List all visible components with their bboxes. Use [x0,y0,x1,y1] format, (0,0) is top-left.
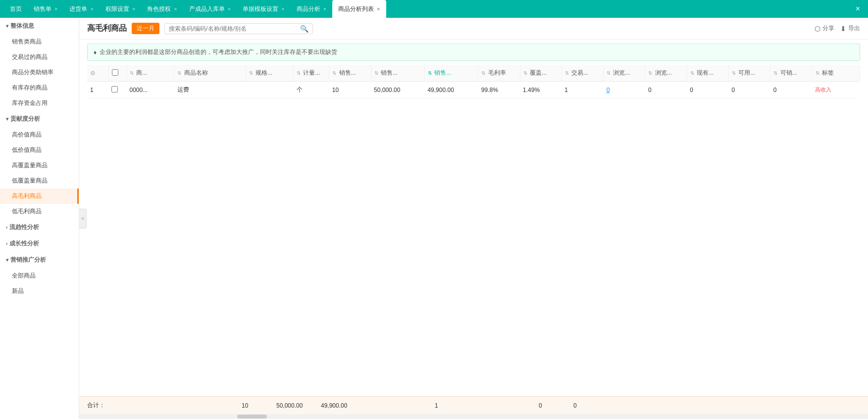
row-trade: 1 [562,82,603,98]
footer-trade: 1 [432,402,466,409]
chevron-down-icon: ▾ [6,116,8,122]
search-input[interactable] [169,25,298,32]
footer-margin [362,402,397,409]
close-permissions-icon[interactable]: × [132,6,135,12]
row-select-checkbox[interactable] [111,86,118,93]
col-header-stock: ⇅ 现有... [687,65,728,82]
sidebar-group-contribution[interactable]: ▾ 贡献度分析 [0,111,79,127]
sidebar-item-high-value[interactable]: 高价值商品 [0,127,79,142]
sort-icon: ⇅ [732,70,736,76]
row-checkbox[interactable] [108,82,126,98]
close-product-stock-icon[interactable]: × [228,6,231,12]
search-icon[interactable]: 🔍 [300,25,308,33]
select-all-checkbox[interactable] [112,69,118,76]
sort-icon: ⇅ [690,70,694,76]
nav-template-settings[interactable]: 单据模板设置 × [237,0,290,18]
close-sales-order-icon[interactable]: × [54,6,57,12]
sort-icon: ⇅ [332,70,336,76]
nav-role-auth[interactable]: 角色授权 × [141,0,183,18]
sort-icon: ⇅ [297,70,301,76]
nav-permissions[interactable]: 权限设置 × [100,0,141,18]
nav-purchase-order[interactable]: 进货单 × [63,0,99,18]
scrollbar-thumb[interactable] [237,415,267,419]
window-close-button[interactable]: × [856,4,864,13]
sidebar-item-category-assist[interactable]: 商品分类助销率 [0,65,79,80]
row-margin-rate: 99.8% [478,82,520,98]
share-button[interactable]: ⬡ 分享 [815,24,834,33]
sidebar-item-sales-goods[interactable]: 销售类商品 [0,34,79,49]
table-header-row: ⚙ ⇅ 商... ⇅ 商品名称 [87,65,860,82]
sort-icon: ⇅ [374,70,378,76]
col-header-sellable: ⇅ 可销... [770,65,812,82]
info-banner: ♦ 企业的主要的利润都是这部分商品创造的，可考虑加大推广，同时关注库存是不要出现… [87,44,860,61]
nav-product-analysis-list[interactable]: 商品分析列表 × [332,0,386,18]
sidebar-item-traded-goods[interactable]: 交易过的商品 [0,49,79,65]
sidebar-item-stock-capital[interactable]: 库存资金占用 [0,95,79,111]
sort-icon: ⇅ [648,70,652,76]
sidebar-collapse-button[interactable]: « [79,209,87,229]
footer-cover [397,402,432,409]
sidebar-group-trend[interactable]: › 流趋性分析 [0,219,79,235]
sort-icon: ⇅ [523,70,527,76]
col-header-coverage: ⇅ 覆盖... [520,65,562,82]
row-unit: 个 [294,82,329,98]
sidebar-item-low-value[interactable]: 低价值商品 [0,142,79,158]
nav-product-analysis[interactable]: 商品分析 × [291,0,332,18]
footer-sales-amount: 50,000.00 [273,402,318,409]
table-container[interactable]: ⚙ ⇅ 商... ⇅ 商品名称 [79,65,868,396]
chevron-left-icon: « [81,216,84,221]
sort-icon: ⇅ [177,70,181,76]
horizontal-scrollbar[interactable] [79,414,868,419]
row-stock: 0 [687,82,728,98]
sidebar-group-growth[interactable]: › 成长性分析 [0,235,79,252]
col-header-trade: ⇅ 交易... [562,65,603,82]
row-browse2: 0 [645,82,687,98]
col-header-name: ⇅ 商品名称 [174,65,246,82]
nav-home[interactable]: 首页 [4,0,28,18]
sidebar-item-high-coverage[interactable]: 高覆盖量商品 [0,158,79,173]
chevron-right-icon: › [6,225,7,230]
col-header-unit: ⇅ 计量... [294,65,329,82]
close-product-analysis-icon[interactable]: × [323,6,326,12]
sidebar-item-low-margin[interactable]: 低毛利商品 [0,204,79,219]
settings-icon[interactable]: ⚙ [90,70,96,77]
footer-browse2 [501,402,536,409]
row-tag: 高收入 [812,82,860,98]
footer-browse1 [466,402,501,409]
col-header-settings[interactable]: ⚙ [87,65,108,82]
close-template-settings-icon[interactable]: × [281,6,284,12]
sidebar-item-all-goods[interactable]: 全部商品 [0,268,79,283]
nav-product-stock[interactable]: 产成品入库单 × [183,0,237,18]
info-icon: ♦ [94,49,97,56]
browse1-link[interactable]: 0 [607,87,610,93]
footer-spacer [117,402,239,409]
close-product-analysis-list-icon[interactable]: × [377,6,380,12]
footer-sales-qty: 10 [239,402,273,409]
filter-recent-month-button[interactable]: 近一月 [132,23,159,34]
footer-label: 合计： [87,401,117,410]
sort-icon: ⇅ [607,70,611,76]
sidebar-group-overall[interactable]: ▾ 整体信息 [0,18,79,34]
export-button[interactable]: ⬇ 导出 [840,24,860,33]
sort-icon: ⇅ [816,70,819,76]
col-header-browse2: ⇅ 浏览... [645,65,687,82]
col-header-checkbox[interactable] [108,65,126,82]
row-sales-qty: 10 [329,82,371,98]
content-area: « 高毛利商品 近一月 🔍 ⬡ 分享 ⬇ 导出 ♦ [79,18,868,419]
row-sellable: 0 [770,82,812,98]
footer-stock: 0 [536,402,570,409]
close-purchase-order-icon[interactable]: × [90,6,93,12]
close-role-auth-icon[interactable]: × [174,6,177,12]
sidebar-item-low-coverage[interactable]: 低覆盖量商品 [0,173,79,188]
col-header-sales-profit: ⇅ 销售... [424,65,478,82]
data-table: ⚙ ⇅ 商... ⇅ 商品名称 [87,65,860,98]
sidebar-group-marketing[interactable]: ▾ 营销推广分析 [0,252,79,268]
sidebar-item-new-goods[interactable]: 新品 [0,283,79,299]
chevron-down-icon: ▾ [6,23,8,29]
sidebar-item-high-margin[interactable]: 高毛利商品 [0,188,79,204]
sort-icon: ⇅ [565,70,569,76]
nav-sales-order[interactable]: 销售单 × [28,0,63,18]
search-box: 🔍 [164,23,313,34]
sort-icon: ⇅ [249,70,253,76]
sidebar-item-in-stock[interactable]: 有库存的商品 [0,80,79,95]
